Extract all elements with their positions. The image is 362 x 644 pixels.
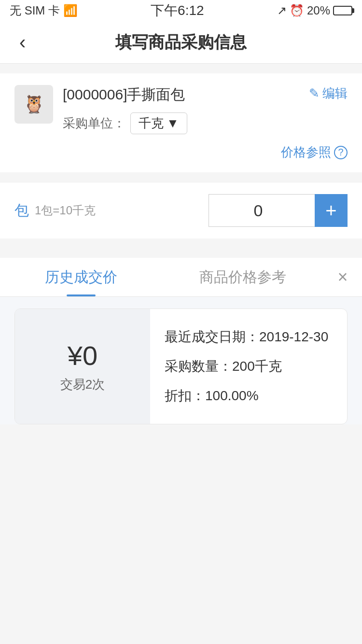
history-right: 最近成交日期：2019-12-30 采购数量：200千克 折扣：100.00%: [150, 309, 347, 424]
history-left: ¥0 交易2次: [15, 309, 150, 424]
edit-button[interactable]: ✎ 编辑: [309, 85, 348, 102]
discount-value: 100.00%: [205, 388, 259, 403]
owl-icon: 🦉: [23, 94, 45, 114]
tabs-close-button[interactable]: ×: [323, 258, 362, 296]
sim-status: 无 SIM 卡 📶: [10, 3, 78, 18]
product-unit-row: 采购单位： 千克 ▼: [63, 112, 187, 134]
info-icon: ?: [334, 146, 348, 159]
quantity-val: 200千克: [232, 359, 282, 374]
quantity-unit-badge: 包: [14, 201, 29, 221]
tab-history-label: 历史成交价: [45, 267, 117, 287]
status-bar-right: ↗ ⏰ 20%: [277, 4, 352, 17]
product-card: 🦉 [0000006]手撕面包 采购单位： 千克 ▼ ✎ 编辑 价格参照 ?: [0, 73, 362, 172]
battery-icon: [333, 6, 352, 15]
history-trades: 交易2次: [60, 376, 105, 393]
section-divider-2: [0, 238, 362, 248]
quantity-input-group: +: [209, 194, 348, 227]
back-button[interactable]: ‹: [14, 27, 30, 58]
tab-history-underline: [67, 294, 96, 296]
recent-date-label: 最近成交日期：: [165, 329, 259, 344]
dropdown-icon: ▼: [167, 116, 179, 131]
product-header: 🦉 [0000006]手撕面包 采购单位： 千克 ▼ ✎ 编辑: [14, 85, 348, 134]
price-ref-button[interactable]: 价格参照 ?: [281, 144, 348, 161]
discount-label: 折扣：: [165, 388, 205, 403]
battery-pct: 20%: [307, 4, 330, 17]
product-left: 🦉 [0000006]手撕面包 采购单位： 千克 ▼: [14, 85, 187, 134]
quantity-conversion: 1包=10千克: [35, 203, 96, 218]
price-ref-row: 价格参照 ?: [14, 144, 348, 161]
tab-reference-label: 商品价格参考: [199, 267, 286, 287]
quantity-label: 采购数量：: [165, 359, 232, 374]
nav-bar: ‹ 填写商品采购信息: [0, 21, 362, 64]
alarm-icon: ⏰: [290, 4, 304, 17]
history-detail-date: 最近成交日期：2019-12-30: [165, 326, 333, 348]
quantity-label-group: 包 1包=10千克: [14, 201, 96, 221]
quantity-section: 包 1包=10千克 +: [0, 182, 362, 238]
status-bar-left: 无 SIM 卡 📶: [10, 3, 78, 18]
product-info: [0000006]手撕面包 采购单位： 千克 ▼: [63, 85, 187, 134]
price-symbol: ¥: [68, 340, 83, 371]
page-title: 填写商品采购信息: [115, 31, 247, 54]
history-card: ¥0 交易2次 最近成交日期：2019-12-30 采购数量：200千克 折扣：…: [14, 308, 348, 424]
edit-label: 编辑: [322, 85, 348, 102]
unit-select[interactable]: 千克 ▼: [130, 112, 187, 134]
quantity-row: 包 1包=10千克 +: [14, 194, 348, 227]
tabs-header: 历史成交价 商品价格参考 ×: [0, 258, 362, 297]
edit-icon: ✎: [309, 86, 320, 101]
status-bar: 无 SIM 卡 📶 下午6:12 ↗ ⏰ 20%: [0, 0, 362, 21]
tab-reference[interactable]: 商品价格参考: [162, 258, 323, 296]
history-detail-quantity: 采购数量：200千克: [165, 356, 333, 378]
product-full-name: [0000006]手撕面包: [63, 85, 187, 105]
product-thumbnail: 🦉: [14, 85, 53, 124]
tabs-section: 历史成交价 商品价格参考 × ¥0 交易2次 最近成交日期：2019-12-30…: [0, 258, 362, 424]
section-divider: [0, 172, 362, 182]
price-ref-label: 价格参照: [281, 144, 331, 161]
unit-value: 千克: [139, 115, 164, 132]
quantity-plus-button[interactable]: +: [315, 194, 348, 227]
price-value: 0: [83, 340, 97, 371]
tab-history[interactable]: 历史成交价: [0, 258, 162, 296]
quantity-input[interactable]: [209, 194, 315, 227]
unit-label: 采购单位：: [63, 115, 125, 132]
history-price: ¥0: [68, 340, 97, 371]
history-detail-discount: 折扣：100.00%: [165, 385, 333, 407]
status-bar-time: 下午6:12: [151, 1, 204, 20]
recent-date-value: 2019-12-30: [259, 329, 328, 344]
location-icon: ↗: [277, 4, 287, 17]
